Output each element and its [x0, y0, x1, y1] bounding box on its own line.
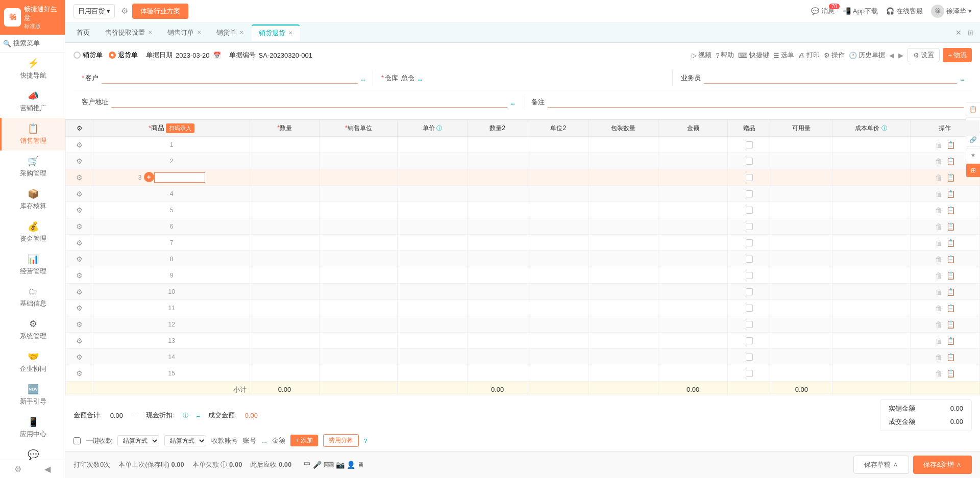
nav-prev-icon[interactable]: ◀: [889, 52, 894, 59]
row-available[interactable]: [771, 169, 832, 186]
row-qty2[interactable]: [467, 251, 528, 267]
row-qty[interactable]: [250, 235, 319, 251]
row-gear[interactable]: ⚙: [66, 186, 93, 202]
row-unit[interactable]: [320, 316, 398, 333]
row-unit2[interactable]: [528, 333, 589, 349]
delete-icon[interactable]: 🗑: [935, 222, 942, 231]
delete-icon[interactable]: 🗑: [935, 239, 942, 247]
address-input[interactable]: [111, 96, 507, 108]
copy-icon[interactable]: 📋: [946, 173, 955, 182]
sidebar-item-basic[interactable]: 🗂 基础信息: [0, 281, 65, 313]
row-unit2[interactable]: [528, 153, 589, 169]
row-unit[interactable]: [320, 153, 398, 169]
row-cost-price[interactable]: [832, 316, 910, 333]
note-input[interactable]: [548, 96, 964, 108]
gift-checkbox[interactable]: [746, 158, 753, 165]
row-gift[interactable]: [728, 186, 771, 202]
row-gift[interactable]: [728, 349, 771, 365]
row-price[interactable]: [398, 137, 467, 153]
operate-btn[interactable]: ⚙ 操作: [824, 51, 845, 60]
gift-checkbox[interactable]: [746, 370, 753, 377]
history-btn[interactable]: 🕐 历史单据: [849, 51, 885, 60]
sidebar-item-quicknav[interactable]: ⚡ 快捷导航: [0, 53, 65, 85]
row-cost-price[interactable]: [832, 235, 910, 251]
gift-checkbox[interactable]: [746, 337, 753, 344]
row-unit[interactable]: [320, 186, 398, 202]
row-unit[interactable]: [320, 300, 398, 316]
salesperson-input[interactable]: [704, 72, 957, 84]
row-gear[interactable]: ⚙: [66, 349, 93, 365]
row-available[interactable]: [771, 333, 832, 349]
add-row-btn[interactable]: +: [144, 172, 154, 182]
row-qty[interactable]: [250, 365, 319, 382]
delete-icon[interactable]: 🗑: [935, 190, 942, 198]
delete-icon[interactable]: 🗑: [935, 255, 942, 263]
row-qty[interactable]: [250, 137, 319, 153]
row-qty2[interactable]: [467, 235, 528, 251]
row-unit[interactable]: [320, 349, 398, 365]
sidebar-item-system[interactable]: ⚙ 系统管理: [0, 313, 65, 346]
row-amount[interactable]: [658, 186, 728, 202]
row-pkg-qty[interactable]: [589, 186, 658, 202]
row-price[interactable]: [398, 300, 467, 316]
sidebar-item-marketing[interactable]: 📣 营销推广: [0, 85, 65, 118]
row-pkg-qty[interactable]: [589, 218, 658, 235]
add-btn[interactable]: + 添加: [290, 435, 318, 446]
row-amount[interactable]: [658, 300, 728, 316]
row-unit2[interactable]: [528, 218, 589, 235]
row-pkg-qty[interactable]: [589, 316, 658, 333]
copy-icon[interactable]: 📋: [946, 157, 955, 165]
row-qty[interactable]: [250, 300, 319, 316]
delete-icon[interactable]: 🗑: [935, 173, 942, 182]
row-available[interactable]: [771, 153, 832, 169]
row-price[interactable]: [398, 349, 467, 365]
row-available[interactable]: [771, 218, 832, 235]
video-btn[interactable]: ▷ 视频: [692, 51, 712, 60]
row-cost-price[interactable]: [832, 186, 910, 202]
row-gift[interactable]: [728, 235, 771, 251]
row-price[interactable]: [398, 251, 467, 267]
tab-close-sales[interactable]: ✕: [239, 30, 243, 35]
row-unit2[interactable]: [528, 137, 589, 153]
row-unit2[interactable]: [528, 251, 589, 267]
copy-icon[interactable]: 📋: [946, 320, 955, 329]
row-available[interactable]: [771, 267, 832, 284]
row-amount[interactable]: [658, 349, 728, 365]
copy-icon[interactable]: 📋: [946, 255, 955, 263]
sidebar-item-operations[interactable]: 📊 经营管理: [0, 248, 65, 281]
customer-input[interactable]: [102, 72, 358, 84]
gift-checkbox[interactable]: [746, 256, 753, 263]
row-available[interactable]: [771, 316, 832, 333]
row-amount[interactable]: [658, 251, 728, 267]
settings-icon[interactable]: ⚙: [121, 6, 128, 16]
row-gift[interactable]: [728, 365, 771, 382]
shortcut-btn[interactable]: ⌨ 快捷键: [738, 51, 769, 60]
copy-icon[interactable]: 📋: [946, 190, 955, 198]
tab-sales[interactable]: 销货单 ✕: [209, 24, 251, 41]
row-unit2[interactable]: [528, 202, 589, 218]
row-available[interactable]: [771, 137, 832, 153]
delete-icon[interactable]: 🗑: [935, 337, 942, 345]
row-pkg-qty[interactable]: [589, 202, 658, 218]
row-amount[interactable]: [658, 169, 728, 186]
row-qty[interactable]: [250, 186, 319, 202]
row-price[interactable]: [398, 365, 467, 382]
row-price[interactable]: [398, 284, 467, 300]
copy-icon[interactable]: 📋: [946, 206, 955, 214]
sidebar-item-apps[interactable]: 📱 应用中心: [0, 411, 65, 444]
row-cost-price[interactable]: [832, 218, 910, 235]
row-cost-price[interactable]: [832, 202, 910, 218]
row-available[interactable]: [771, 349, 832, 365]
sidebar-collapse-icon[interactable]: ◀: [44, 464, 51, 474]
sidebar-item-inventory[interactable]: 📦 库存核算: [0, 183, 65, 216]
tab-sales-return[interactable]: 销货退货 ✕: [252, 24, 300, 41]
row-price[interactable]: [398, 202, 467, 218]
tab-home[interactable]: 首页: [69, 24, 97, 41]
gift-checkbox[interactable]: [746, 305, 753, 312]
row-cost-price[interactable]: [832, 169, 910, 186]
salesperson-dots[interactable]: ...: [960, 73, 964, 83]
scan-btn[interactable]: 扫码录入: [166, 123, 194, 133]
row-qty[interactable]: [250, 218, 319, 235]
row-unit[interactable]: [320, 267, 398, 284]
delete-icon[interactable]: 🗑: [935, 320, 942, 329]
